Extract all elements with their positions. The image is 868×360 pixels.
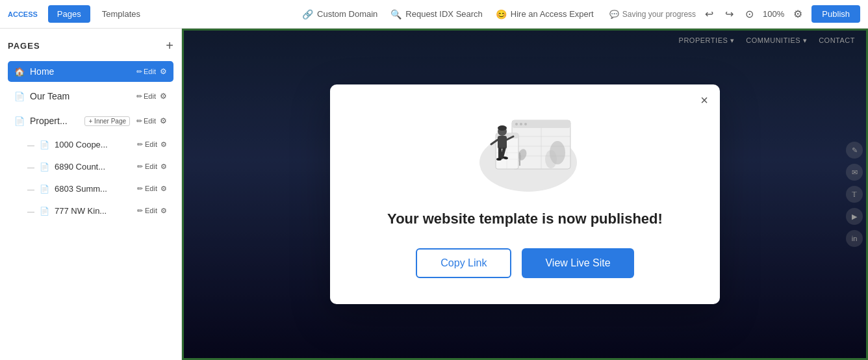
expert-icon: 😊 xyxy=(496,9,507,19)
page-icon-6890-count: 📄 xyxy=(40,162,49,172)
svg-point-22 xyxy=(498,125,507,131)
page-name-777-nw-kin: 777 NW Kin... xyxy=(55,206,137,216)
svg-point-4 xyxy=(520,123,522,125)
view-live-site-button[interactable]: View Live Site xyxy=(522,248,633,278)
add-page-button[interactable]: + xyxy=(166,39,173,52)
sidebar: PAGES + 🏠 Home ✏ Edit ⚙ 📄 Our Team ✏ Edi… xyxy=(0,29,182,360)
page-actions-our-team: ✏ Edit ⚙ xyxy=(136,92,167,101)
page-actions-777-nw-kin: ✏ Edit ⚙ xyxy=(137,207,167,215)
page-actions-6890-count: ✏ Edit ⚙ xyxy=(137,162,167,171)
gear-home-button[interactable]: ⚙ xyxy=(160,67,167,76)
publish-button[interactable]: Publish xyxy=(811,5,860,23)
page-icon-6803-summ: 📄 xyxy=(40,185,49,194)
logo: ACCESS xyxy=(8,10,38,18)
page-icon-properties: 📄 xyxy=(14,116,25,126)
gear-our-team-button[interactable]: ⚙ xyxy=(160,92,167,101)
edit-properties-button[interactable]: ✏ Edit xyxy=(136,117,156,125)
sidebar-item-777-nw-kin[interactable]: — 📄 777 NW Kin... ✏ Edit ⚙ xyxy=(21,201,173,220)
zoom-options-button[interactable]: ⚙ xyxy=(791,5,805,23)
svg-point-28 xyxy=(496,158,502,161)
modal-illustration xyxy=(363,110,687,195)
sidebar-item-1000-coope[interactable]: — 📄 1000 Coope... ✏ Edit ⚙ xyxy=(21,135,173,154)
svg-rect-23 xyxy=(498,136,507,149)
redo-button[interactable]: ↪ xyxy=(722,5,736,23)
sidebar-item-properties[interactable]: 📄 Propert... + Inner Page ✏ Edit ⚙ xyxy=(8,110,173,131)
sidebar-item-home[interactable]: 🏠 Home ✏ Edit ⚙ xyxy=(8,61,173,82)
svg-point-3 xyxy=(515,123,518,125)
tab-templates[interactable]: Templates xyxy=(93,5,149,23)
nav-custom-domain[interactable]: 🔗 Custom Domain xyxy=(302,9,377,19)
edit-6803-summ-button[interactable]: ✏ Edit xyxy=(137,185,157,193)
preview-area: PROPERTIES ▾ COMMUNITIES ▾ CONTACT earch… xyxy=(182,29,868,360)
save-status: 💬 Saving your progress xyxy=(609,10,696,19)
page-name-6803-summ: 6803 Summ... xyxy=(55,184,137,194)
page-icon-1000-coope: 📄 xyxy=(40,140,49,149)
page-name-6890-count: 6890 Count... xyxy=(55,162,137,172)
topbar: ACCESS Pages Templates 🔗 Custom Domain 🔍… xyxy=(0,0,868,29)
edit-777-nw-kin-button[interactable]: ✏ Edit xyxy=(137,207,157,215)
page-name-home: Home xyxy=(30,66,136,77)
search-icon: 🔍 xyxy=(390,9,402,19)
edit-1000-coope-button[interactable]: ✏ Edit xyxy=(137,140,157,149)
page-actions-1000-coope: ✏ Edit ⚙ xyxy=(137,140,167,149)
edit-our-team-button[interactable]: ✏ Edit xyxy=(136,92,156,101)
inner-page-badge[interactable]: + Inner Page xyxy=(84,116,130,126)
svg-point-11 xyxy=(545,150,557,168)
gear-6890-count-button[interactable]: ⚙ xyxy=(160,162,167,171)
topbar-nav: 🔗 Custom Domain 🔍 Request IDX Search 😊 H… xyxy=(302,9,594,19)
sidebar-item-our-team[interactable]: 📄 Our Team ✏ Edit ⚙ xyxy=(8,86,173,107)
published-modal: × xyxy=(330,84,720,304)
copy-link-button[interactable]: Copy Link xyxy=(416,248,511,278)
svg-point-5 xyxy=(524,123,527,125)
tab-pages[interactable]: Pages xyxy=(48,5,90,23)
preview-button[interactable]: ⊙ xyxy=(743,5,756,23)
page-actions-6803-summ: ✏ Edit ⚙ xyxy=(137,185,167,193)
page-name-our-team: Our Team xyxy=(30,91,136,101)
edit-6890-count-button[interactable]: ✏ Edit xyxy=(137,162,157,171)
page-icon-our-team: 📄 xyxy=(14,92,25,101)
topbar-actions: 💬 Saving your progress ↩ ↪ ⊙ 100% ⚙ Publ… xyxy=(609,5,860,23)
sidebar-item-6890-count[interactable]: — 📄 6890 Count... ✏ Edit ⚙ xyxy=(21,157,173,176)
zoom-level: 100% xyxy=(763,9,784,19)
gear-properties-button[interactable]: ⚙ xyxy=(160,116,167,125)
home-icon: 🏠 xyxy=(14,67,25,77)
modal-title: Your website template is now published! xyxy=(363,211,687,227)
page-icon-777-nw-kin: 📄 xyxy=(40,207,49,216)
page-name-1000-coope: 1000 Coope... xyxy=(55,140,137,149)
modal-close-button[interactable]: × xyxy=(700,94,708,107)
link-icon: 🔗 xyxy=(302,9,313,19)
page-name-properties: Propert... xyxy=(30,116,84,126)
sidebar-item-6803-summ[interactable]: — 📄 6803 Summ... ✏ Edit ⚙ xyxy=(21,179,173,198)
published-illustration xyxy=(466,110,583,195)
nav-request-idx[interactable]: 🔍 Request IDX Search xyxy=(390,9,483,19)
sidebar-title: PAGES xyxy=(8,41,40,51)
cloud-icon: 💬 xyxy=(609,10,619,19)
main-area: PAGES + 🏠 Home ✏ Edit ⚙ 📄 Our Team ✏ Edi… xyxy=(0,29,868,360)
modal-overlay: × xyxy=(182,29,868,360)
page-actions-properties: + Inner Page ✏ Edit ⚙ xyxy=(84,116,167,126)
edit-home-button[interactable]: ✏ Edit xyxy=(136,68,156,76)
modal-buttons: Copy Link View Live Site xyxy=(363,248,687,278)
page-actions-home: ✏ Edit ⚙ xyxy=(136,67,167,76)
sidebar-header: PAGES + xyxy=(8,39,173,52)
gear-6803-summ-button[interactable]: ⚙ xyxy=(160,185,167,193)
gear-777-nw-kin-button[interactable]: ⚙ xyxy=(160,207,167,215)
nav-hire-expert[interactable]: 😊 Hire an Access Expert xyxy=(496,9,594,19)
undo-button[interactable]: ↩ xyxy=(702,5,716,23)
gear-1000-coope-button[interactable]: ⚙ xyxy=(160,140,167,149)
